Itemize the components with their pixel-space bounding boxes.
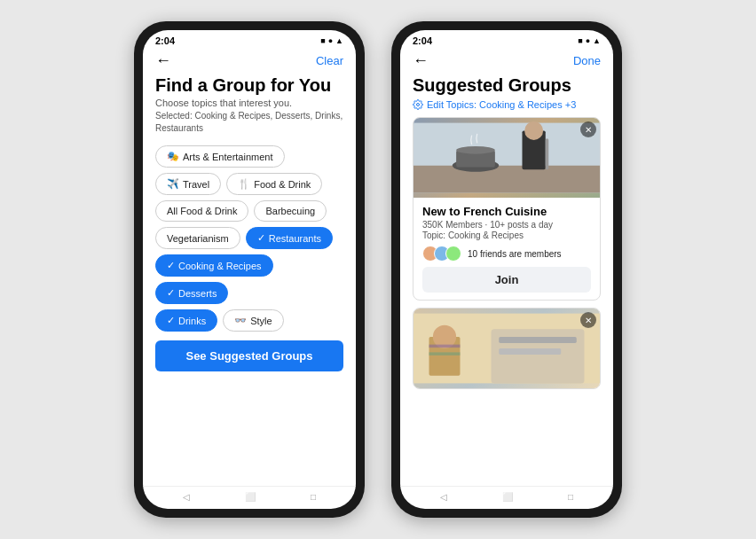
status-icons-2: ■ ● ▲	[578, 36, 601, 45]
chip-vegetarianism[interactable]: Vegetarianism	[155, 227, 240, 249]
clear-button[interactable]: Clear	[316, 54, 343, 67]
group-card-topic-1: Topic: Cooking & Recipes	[422, 230, 591, 240]
nav-bar-2: ← Done	[400, 48, 613, 75]
chip-vegetarianism-label: Vegetarianism	[167, 233, 229, 244]
arts-icon: 🎭	[167, 151, 179, 162]
nav-square-btn-1[interactable]: □	[311, 492, 316, 502]
chip-drinks[interactable]: ✓ Drinks	[155, 309, 217, 332]
chip-food-drink[interactable]: 🍴 Food & Drink	[226, 173, 322, 195]
chip-restaurants[interactable]: ✓ Restaurants	[246, 227, 333, 249]
phone-1-screen: 2:04 ■ ● ▲ ← Clear Find a Group for You …	[143, 30, 356, 509]
kitchen-svg	[413, 118, 600, 198]
friend-avatars-1	[422, 246, 457, 262]
suggested-groups-title: Suggested Groups	[413, 75, 601, 96]
chip-all-food[interactable]: All Food & Drink	[155, 200, 248, 222]
edit-topics-text: Edit Topics: Cooking & Recipes +3	[427, 99, 576, 110]
chip-cooking[interactable]: ✓ Cooking & Recipes	[155, 254, 273, 277]
back-button-1[interactable]: ←	[155, 51, 171, 70]
phone-1: 2:04 ■ ● ▲ ← Clear Find a Group for You …	[134, 21, 365, 518]
chip-restaurants-label: Restaurants	[269, 233, 321, 244]
topic-chips-row2: ✈️ Travel 🍴 Food & Drink	[155, 173, 343, 195]
back-button-2[interactable]: ←	[413, 51, 429, 70]
nav-bar-1: ← Clear	[143, 48, 356, 75]
find-group-selected: Selected: Cooking & Recipes, Desserts, D…	[155, 110, 343, 135]
topic-chips-row1: 🎭 Arts & Entertainment	[155, 145, 343, 168]
edit-topics-link[interactable]: Edit Topics: Cooking & Recipes +3	[413, 99, 601, 110]
check-desserts-icon: ✓	[167, 287, 175, 299]
chip-travel-label: Travel	[183, 179, 209, 190]
group-card-image-2: ✕	[413, 309, 600, 388]
chip-drinks-label: Drinks	[178, 316, 206, 326]
chip-cooking-label: Cooking & Recipes	[178, 261, 262, 271]
svg-rect-8	[546, 138, 549, 169]
chip-desserts-label: Desserts	[178, 288, 217, 299]
group-card-friends-1: 10 friends are members	[422, 246, 591, 262]
find-group-title: Find a Group for You	[155, 75, 343, 96]
friends-count-text: 10 friends are members	[468, 249, 562, 259]
chip-barbecuing-label: Barbecuing	[265, 206, 315, 216]
group-card-1: ✕ New to French Cuisine 350K Members · 1…	[413, 117, 601, 301]
status-time-2: 2:04	[413, 35, 432, 46]
status-bar-2: 2:04 ■ ● ▲	[400, 30, 613, 48]
group-card-meta-1: 350K Members · 10+ posts a day	[422, 220, 591, 230]
topic-chips-row6: ✓ Drinks 👓 Style	[155, 309, 343, 332]
svg-rect-12	[429, 345, 461, 348]
svg-rect-15	[499, 337, 577, 343]
person-svg	[413, 309, 600, 388]
battery-icon: ■	[320, 36, 325, 45]
topic-chips-row3: All Food & Drink Barbecuing	[155, 200, 343, 222]
chip-desserts[interactable]: ✓ Desserts	[155, 282, 228, 304]
friend-avatar-3	[445, 246, 461, 262]
bottom-nav-1: ◁ ⬜ □	[143, 486, 356, 509]
group-card-name-1: New to French Cuisine	[422, 205, 591, 218]
food-icon: 🍴	[238, 178, 250, 190]
chip-barbecuing[interactable]: Barbecuing	[254, 200, 327, 222]
nav-back-btn-1[interactable]: ◁	[183, 492, 190, 502]
bottom-nav-2: ◁ ⬜ □	[400, 486, 613, 509]
svg-point-0	[417, 104, 420, 106]
topic-chips-row5: ✓ Cooking & Recipes ✓ Desserts	[155, 254, 343, 304]
group-card-2: ✕	[413, 308, 601, 389]
status-icons-1: ■ ● ▲	[320, 36, 343, 45]
status-time-1: 2:04	[155, 35, 175, 46]
chip-food-drink-label: Food & Drink	[254, 179, 311, 190]
group-card-body-1: New to French Cuisine 350K Members · 10+…	[413, 198, 600, 300]
signal-icon: ●	[328, 36, 333, 45]
svg-rect-16	[499, 348, 561, 355]
chip-arts-label: Arts & Entertainment	[183, 152, 273, 162]
nav-home-btn-1[interactable]: ⬜	[245, 492, 256, 502]
chip-travel[interactable]: ✈️ Travel	[155, 173, 221, 195]
style-icon: 👓	[234, 315, 247, 326]
battery-icon-2: ■	[578, 36, 582, 45]
chip-style[interactable]: 👓 Style	[223, 309, 283, 332]
chip-arts[interactable]: 🎭 Arts & Entertainment	[155, 145, 285, 168]
check-drinks-icon: ✓	[167, 315, 175, 326]
chip-style-label: Style	[250, 316, 272, 326]
check-restaurants-icon: ✓	[257, 232, 265, 244]
group-card-close-1[interactable]: ✕	[580, 121, 596, 137]
svg-point-7	[524, 121, 543, 140]
topic-chips-row4: Vegetarianism ✓ Restaurants	[155, 227, 343, 249]
nav-home-btn-2[interactable]: ⬜	[502, 492, 513, 502]
group-card-close-2[interactable]: ✕	[580, 312, 596, 328]
gear-icon	[413, 99, 423, 110]
nav-square-btn-2[interactable]: □	[568, 492, 573, 502]
svg-point-5	[456, 146, 495, 154]
travel-icon: ✈️	[167, 178, 179, 190]
chip-all-food-label: All Food & Drink	[167, 206, 237, 216]
svg-rect-2	[413, 166, 600, 193]
status-bar-1: 2:04 ■ ● ▲	[143, 30, 356, 48]
check-cooking-icon: ✓	[167, 260, 175, 271]
done-button[interactable]: Done	[573, 54, 601, 67]
wifi-icon-2: ▲	[593, 36, 601, 45]
signal-icon-2: ●	[586, 36, 590, 45]
nav-back-btn-2[interactable]: ◁	[440, 492, 447, 502]
find-group-subtitle: Choose topics that interest you.	[155, 98, 343, 108]
wifi-icon: ▲	[335, 36, 343, 45]
svg-rect-13	[429, 352, 461, 355]
screen-content-1: Find a Group for You Choose topics that …	[143, 75, 356, 486]
screen-content-2: Suggested Groups Edit Topics: Cooking & …	[400, 75, 613, 486]
group-card-image-1: ✕	[413, 118, 600, 198]
see-suggested-groups-button[interactable]: See Suggested Groups	[155, 340, 343, 371]
join-button-1[interactable]: Join	[422, 267, 591, 293]
